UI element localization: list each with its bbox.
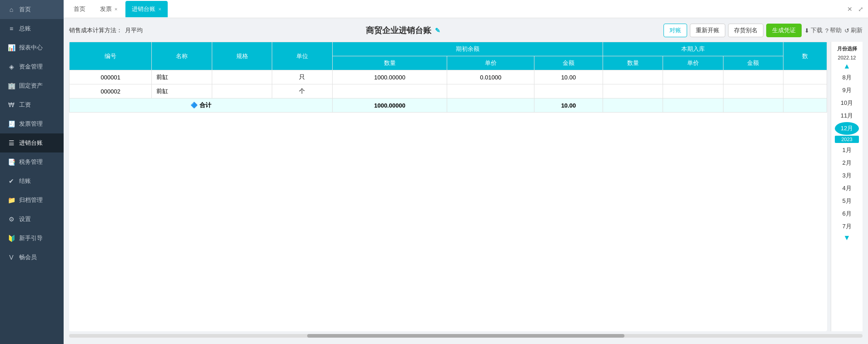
total-icon: 🔷 xyxy=(190,102,200,108)
reopen-button[interactable]: 重新开账 xyxy=(690,24,725,37)
table-container: 编号 名称 规格 单位 期初余额 本期入库 数 数量 单价 金额 数 xyxy=(69,42,827,331)
download-icon: ⬇ xyxy=(804,27,809,34)
sidebar-item-reports[interactable]: 📊 报表中心 xyxy=(0,38,64,57)
sidebar-label-payroll: 工资 xyxy=(19,101,31,109)
home-icon: ⌂ xyxy=(7,6,15,13)
row2-in-qty xyxy=(603,84,663,98)
save-alias-button[interactable]: 存货别名 xyxy=(728,24,763,37)
sidebar-item-ledger[interactable]: ≡ 总账 xyxy=(0,19,64,38)
month-2023-7[interactable]: 7月 xyxy=(831,220,863,233)
help-icon: ? xyxy=(825,27,828,34)
month-12[interactable]: 12月 xyxy=(835,122,859,135)
col-in-price: 单价 xyxy=(663,56,723,70)
col-in-amount: 金额 xyxy=(723,56,783,70)
month-scroll-up[interactable]: ▲ xyxy=(831,61,863,71)
row1-in-price xyxy=(663,70,723,84)
month-2023-5[interactable]: 5月 xyxy=(831,195,863,207)
inventory-table: 编号 名称 规格 单位 期初余额 本期入库 数 数量 单价 金额 数 xyxy=(69,42,827,113)
month-8[interactable]: 8月 xyxy=(831,71,863,84)
guide-icon: 🔰 xyxy=(7,235,15,242)
tab-home[interactable]: 首页 xyxy=(67,1,92,17)
reports-icon: 📊 xyxy=(7,44,15,51)
sidebar-item-settlement[interactable]: ✔ 结账 xyxy=(0,172,64,191)
cost-method-label: 销售成本计算方法： xyxy=(69,26,122,34)
help-label: 帮助 xyxy=(830,26,842,34)
sidebar-item-payroll[interactable]: ₩ 工资 xyxy=(0,95,64,114)
window-maximize-button[interactable]: ⤢ xyxy=(857,5,864,13)
sidebar-item-assets[interactable]: 🏢 固定资产 xyxy=(0,76,64,95)
month-scroll-down[interactable]: ▼ xyxy=(831,233,863,243)
info-bar: 销售成本计算方法： 月平均 商贸企业进销台账 ✎ 对账 重新开账 存货别名 生成… xyxy=(69,24,863,37)
sidebar-item-tax[interactable]: 📑 税务管理 xyxy=(0,152,64,172)
reconcile-button[interactable]: 对账 xyxy=(663,24,687,37)
sidebar-item-archive[interactable]: 📁 归档管理 xyxy=(0,191,64,210)
total-label-cell: 🔷 合计 xyxy=(70,98,333,113)
row2-number: 000002 xyxy=(70,84,152,98)
refresh-button[interactable]: ↺ 刷新 xyxy=(844,26,863,34)
inventory-icon: ☰ xyxy=(7,139,15,147)
col-more: 数 xyxy=(783,42,827,70)
month-2023-2[interactable]: 2月 xyxy=(831,157,863,169)
month-9[interactable]: 9月 xyxy=(831,84,863,97)
month-2023-1[interactable]: 1月 xyxy=(831,144,863,157)
month-2023-4[interactable]: 4月 xyxy=(831,182,863,195)
download-button[interactable]: ⬇ 下载 xyxy=(804,26,823,34)
sidebar-item-settings[interactable]: ⚙ 设置 xyxy=(0,210,64,229)
settings-icon: ⚙ xyxy=(7,216,15,223)
row2-name: 前缸 xyxy=(152,84,212,98)
scrollbar-thumb[interactable] xyxy=(307,334,624,338)
tab-inventory-close[interactable]: × xyxy=(158,6,161,12)
total-label: 合计 xyxy=(200,102,211,108)
tab-inventory[interactable]: 进销台账 × xyxy=(125,1,167,17)
total-in-price xyxy=(663,98,723,113)
invoice-mgmt-icon: 🧾 xyxy=(7,120,15,128)
table-row: 000002 前缸 个 xyxy=(70,84,827,98)
tab-invoice[interactable]: 发票 × xyxy=(94,1,124,17)
sidebar-label-invoice-mgmt: 发票管理 xyxy=(19,120,43,128)
row1-opening-price: 0.01000 xyxy=(447,70,534,84)
year-2022-label: 2022.12 xyxy=(831,54,863,61)
total-row: 🔷 合计 1000.00000 10.00 xyxy=(70,98,827,113)
tab-invoice-close[interactable]: × xyxy=(115,6,117,12)
sidebar-item-inventory[interactable]: ☰ 进销台账 xyxy=(0,133,64,152)
sidebar-item-guide[interactable]: 🔰 新手引导 xyxy=(0,229,64,248)
row2-opening-price xyxy=(447,84,534,98)
sidebar-item-member[interactable]: V 畅会员 xyxy=(0,248,64,267)
row1-name: 前缸 xyxy=(152,70,212,84)
settlement-icon: ✔ xyxy=(7,177,15,185)
row1-unit: 只 xyxy=(272,70,332,84)
year-2023-badge: 2023 xyxy=(835,136,859,143)
edit-title-icon[interactable]: ✎ xyxy=(435,27,440,34)
window-close-button[interactable]: ✕ xyxy=(846,5,853,13)
col-number: 编号 xyxy=(70,42,152,70)
row2-more xyxy=(783,84,827,98)
month-11[interactable]: 11月 xyxy=(831,109,863,122)
month-2023-3[interactable]: 3月 xyxy=(831,169,863,182)
archive-icon: 📁 xyxy=(7,197,15,204)
month-2023-6[interactable]: 6月 xyxy=(831,207,863,220)
sidebar-label-finance: 资金管理 xyxy=(19,63,43,71)
row1-opening-amount: 10.00 xyxy=(534,70,603,84)
generate-voucher-button[interactable]: 生成凭证 xyxy=(766,24,802,37)
page-title-area: 商贸企业进销台账 ✎ xyxy=(152,25,654,36)
row2-opening-amount xyxy=(534,84,603,98)
sidebar-label-inventory: 进销台账 xyxy=(19,139,43,147)
month-10[interactable]: 10月 xyxy=(831,97,863,109)
sidebar-label-assets: 固定资产 xyxy=(19,82,43,90)
assets-icon: 🏢 xyxy=(7,82,15,89)
sidebar-item-home[interactable]: ⌂ 首页 xyxy=(0,0,64,19)
tab-home-label: 首页 xyxy=(74,5,85,13)
col-opening-price: 单价 xyxy=(447,56,534,70)
sidebar-label-home: 首页 xyxy=(19,5,31,14)
sidebar-item-invoice-mgmt[interactable]: 🧾 发票管理 xyxy=(0,114,64,133)
cost-method-info: 销售成本计算方法： 月平均 xyxy=(69,26,143,34)
sidebar-label-settlement: 结账 xyxy=(19,177,31,185)
sidebar-label-reports: 报表中心 xyxy=(19,44,43,52)
scrollbar-track[interactable] xyxy=(69,334,863,338)
help-button[interactable]: ? 帮助 xyxy=(825,26,842,34)
row1-spec xyxy=(212,70,272,84)
col-spec: 规格 xyxy=(212,42,272,70)
sidebar-label-archive: 归档管理 xyxy=(19,196,43,204)
sidebar-item-finance[interactable]: ◈ 资金管理 xyxy=(0,57,64,76)
payroll-icon: ₩ xyxy=(7,101,15,108)
